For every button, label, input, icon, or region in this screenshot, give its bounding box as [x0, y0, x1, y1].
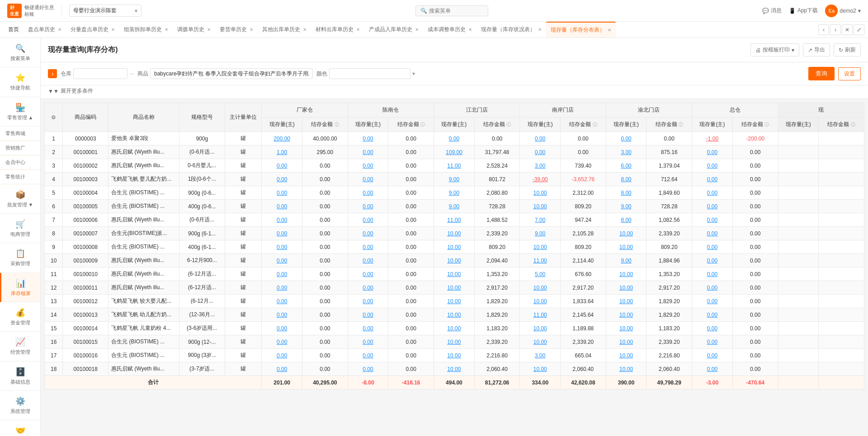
tab-cost-adjust[interactable]: 成本调整单历史 ✕: [423, 22, 476, 38]
tab-home[interactable]: 首页: [4, 22, 24, 38]
sidebar-subitem-store[interactable]: 零售商城: [0, 127, 40, 141]
sidebar-item-wholesale[interactable]: 📦 批发管理 ▼: [0, 184, 40, 214]
cell-jbn-qty[interactable]: 11.00: [434, 213, 475, 227]
cell-jbn-qty[interactable]: 9.00: [434, 186, 475, 200]
cell-yub-qty[interactable]: 10.00: [606, 267, 646, 281]
color-input[interactable]: [329, 68, 410, 79]
cell-npa-qty[interactable]: 10.00: [520, 335, 561, 349]
refresh-btn[interactable]: ↻ 刷新: [834, 43, 861, 56]
close-icon[interactable]: ✕: [111, 27, 115, 32]
product-input[interactable]: [150, 68, 313, 79]
cell-npa-qty[interactable]: 10.00: [520, 186, 561, 200]
cell-fac-qty[interactable]: 0.00: [262, 227, 302, 240]
cell-tot-qty[interactable]: 0.00: [692, 213, 733, 227]
sidebar-item-ecommerce[interactable]: 🛒 电商管理: [0, 214, 40, 243]
cell-npa-qty[interactable]: 10.00: [520, 295, 561, 308]
close-icon[interactable]: ✕: [356, 27, 360, 32]
cell-cnn-qty[interactable]: 0.00: [348, 295, 388, 308]
cell-fac-qty[interactable]: 0.00: [262, 213, 302, 227]
cell-cnn-qty[interactable]: 0.00: [348, 281, 388, 295]
cell-jbn-qty[interactable]: 109.00: [434, 145, 475, 159]
cell-fac-qty[interactable]: 1.00: [262, 145, 302, 159]
nav-prev-btn[interactable]: ‹: [818, 24, 829, 35]
cell-npa-qty[interactable]: 10.00: [520, 240, 561, 254]
cell-cnn-qty[interactable]: 0.00: [348, 213, 388, 227]
cell-cnn-qty[interactable]: 0.00: [348, 186, 388, 200]
setting-btn[interactable]: 设置: [838, 67, 861, 80]
cell-yub-qty[interactable]: 6.00: [606, 159, 646, 173]
cell-yub-qty[interactable]: 3.00: [606, 145, 646, 159]
color-chevron-icon[interactable]: ▾: [412, 70, 415, 77]
cell-npa-qty[interactable]: 3.00: [520, 159, 561, 173]
cell-npa-qty[interactable]: 11.00: [520, 254, 561, 267]
sidebar-subitem-stat[interactable]: 零售统计: [0, 170, 40, 184]
cell-yub-qty[interactable]: 10.00: [606, 322, 646, 335]
sidebar-item-retail[interactable]: 🏪 零售管理 ▲: [0, 97, 40, 127]
close-icon[interactable]: ✕: [303, 27, 307, 32]
cell-cnn-qty[interactable]: 0.00: [348, 349, 388, 362]
cell-tot-qty[interactable]: 0.00: [692, 267, 733, 281]
sidebar-item-purchase[interactable]: 📋 采购管理: [0, 243, 40, 272]
cell-cnn-qty[interactable]: 0.00: [348, 132, 388, 145]
filter-toggle-btn[interactable]: ›: [48, 69, 57, 78]
cell-tot-qty[interactable]: 0.00: [692, 173, 733, 186]
tab-other-out[interactable]: 其他出库单历史 ✕: [258, 22, 311, 38]
cell-jbn-qty[interactable]: 10.00: [434, 349, 475, 362]
cell-tot-qty[interactable]: 0.00: [692, 200, 733, 213]
cell-fac-qty[interactable]: 0.00: [262, 267, 302, 281]
cell-yub-qty[interactable]: 10.00: [606, 335, 646, 349]
cell-npa-qty[interactable]: 11.00: [520, 308, 561, 322]
cell-jbn-qty[interactable]: 10.00: [434, 227, 475, 240]
cell-tot-qty[interactable]: 0.00: [692, 335, 733, 349]
expand-filter-btn[interactable]: ▼▼ 展开更多条件: [48, 87, 861, 95]
global-search[interactable]: 🔍: [415, 5, 488, 16]
cell-jbn-qty[interactable]: 10.00: [434, 267, 475, 281]
cell-fac-qty[interactable]: 0.00: [262, 295, 302, 308]
tab-inventory-history[interactable]: 盘点单历史 ✕: [24, 22, 66, 38]
settings-icon[interactable]: ⚙: [51, 114, 56, 121]
cell-jbn-qty[interactable]: 10.00: [434, 240, 475, 254]
cell-tot-qty[interactable]: 0.00: [692, 159, 733, 173]
close-icon[interactable]: ✕: [538, 27, 542, 32]
cell-npa-qty[interactable]: 10.00: [520, 200, 561, 213]
cell-yub-qty[interactable]: 10.00: [606, 308, 646, 322]
cell-cnn-qty[interactable]: 0.00: [348, 200, 388, 213]
tab-transfer[interactable]: 调拨单历史 ✕: [173, 22, 215, 38]
cell-jbn-qty[interactable]: 10.00: [434, 254, 475, 267]
cell-npa-qty[interactable]: 0.00: [520, 132, 561, 145]
cell-jbn-qty[interactable]: 11.00: [434, 159, 475, 173]
cell-yub-qty[interactable]: 8.00: [606, 186, 646, 200]
warehouse-input[interactable]: [73, 68, 127, 79]
cell-yub-qty[interactable]: 8.00: [606, 213, 646, 227]
user-menu[interactable]: Ea demo2 ▾: [825, 5, 861, 17]
cell-npa-qty[interactable]: 7.00: [520, 213, 561, 227]
cell-cnn-qty[interactable]: 0.00: [348, 267, 388, 281]
cell-tot-qty[interactable]: 0.00: [692, 240, 733, 254]
cell-npa-qty[interactable]: 10.00: [520, 322, 561, 335]
sidebar-item-base[interactable]: 🗄️ 基础信息: [0, 361, 40, 391]
close-icon[interactable]: ✕: [250, 27, 253, 32]
cell-fac-qty[interactable]: 0.00: [262, 200, 302, 213]
message-btn[interactable]: 💬 消息: [762, 7, 782, 14]
close-icon[interactable]: ✕: [468, 27, 472, 32]
cell-fac-qty[interactable]: 200.00: [262, 132, 302, 145]
sidebar-item-system[interactable]: ⚙️ 系统管理: [0, 391, 40, 420]
tab-assembly[interactable]: 组装拆卸单历史 ✕: [119, 22, 173, 38]
cell-cnn-qty[interactable]: 0.00: [348, 335, 388, 349]
cell-jbn-qty[interactable]: 10.00: [434, 322, 475, 335]
cell-cnn-qty[interactable]: 0.00: [348, 173, 388, 186]
cell-fac-qty[interactable]: 0.00: [262, 173, 302, 186]
cell-cnn-qty[interactable]: 0.00: [348, 227, 388, 240]
cell-tot-qty[interactable]: 0.00: [692, 145, 733, 159]
cell-tot-qty[interactable]: 0.00: [692, 308, 733, 322]
cell-cnn-qty[interactable]: 0.00: [348, 159, 388, 173]
tab-stock-dist[interactable]: 现存量（库存分布表）✕: [546, 22, 616, 38]
sidebar-item-inventory[interactable]: 📊 库存核算: [0, 273, 40, 302]
cell-cnn-qty[interactable]: 0.00: [348, 254, 388, 267]
cell-jbn-qty[interactable]: 10.00: [434, 281, 475, 295]
cell-npa-qty[interactable]: 5.00: [520, 267, 561, 281]
cell-jbn-qty[interactable]: 9.00: [434, 200, 475, 213]
query-btn[interactable]: 查询: [808, 67, 835, 80]
cell-cnn-qty[interactable]: 0.00: [348, 322, 388, 335]
cell-tot-qty[interactable]: 0.00: [692, 227, 733, 240]
